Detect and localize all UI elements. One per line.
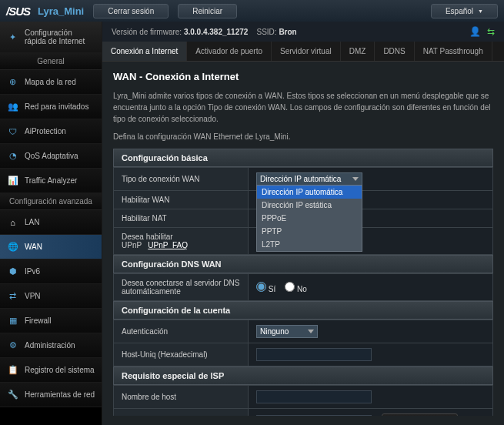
sidebar-item-networkmap[interactable]: ⊕Mapa de la red xyxy=(0,70,102,95)
gauge-icon: ◔ xyxy=(6,149,19,162)
dns-config-table: Desea conectarse al servidor DNS automát… xyxy=(113,273,493,301)
dropdown-option[interactable]: Dirección IP estática xyxy=(257,199,362,212)
sidebar-item-label: QoS Adaptativa xyxy=(25,152,78,160)
dns-auto-radio: Sí No xyxy=(256,282,485,293)
hostname-label: Nombre de host xyxy=(114,386,249,409)
wan-type-dropdown: Dirección IP automática Dirección IP est… xyxy=(256,185,362,252)
info-bar: Versión de firmware: 3.0.0.4.382_11272 S… xyxy=(102,22,504,42)
sidebar-advanced-header: Configuración avanzada xyxy=(0,193,102,210)
sidebar: ✦ Configuración rápida de Internet Gener… xyxy=(0,22,102,425)
sidebar-item-label: VPN xyxy=(25,292,41,300)
link-status-icon[interactable]: ⇆ xyxy=(487,26,495,37)
language-selector[interactable]: Español xyxy=(431,4,498,18)
main-panel: Versión de firmware: 3.0.0.4.382_11272 S… xyxy=(102,22,504,425)
tab-nat-passthrough[interactable]: NAT Passthrough xyxy=(415,42,492,61)
user-status-icon[interactable]: 👤 xyxy=(469,26,481,37)
firewall-icon: ▦ xyxy=(6,314,19,327)
sidebar-item-traffic[interactable]: 📊Traffic Analyzer xyxy=(0,169,102,193)
users-icon: 👥 xyxy=(6,100,19,113)
home-icon: ⌂ xyxy=(6,216,19,229)
sidebar-item-label: AiProtection xyxy=(25,127,66,136)
sidebar-item-vpn[interactable]: ⇄VPN xyxy=(0,284,102,309)
fw-label: Versión de firmware: xyxy=(112,28,182,36)
tab-port-trigger[interactable]: Activador de puerto xyxy=(187,42,272,61)
log-icon: 📋 xyxy=(6,363,19,376)
enable-wan-label: Habilitar WAN xyxy=(114,191,249,209)
sidebar-item-label: WAN xyxy=(25,243,42,251)
section-isp-header: Requisito especial de ISP xyxy=(113,366,493,385)
dropdown-option[interactable]: L2TP xyxy=(257,238,362,251)
page-description-2: Defina la configuración WAN Ethernet de … xyxy=(113,131,493,142)
sidebar-item-label: Firewall xyxy=(25,316,51,325)
enable-nat-label: Habilitar NAT xyxy=(114,209,249,228)
hostname-input[interactable] xyxy=(256,390,372,403)
ipv6-icon: ⬢ xyxy=(6,265,19,278)
mac-input[interactable] xyxy=(256,415,372,416)
mac-clone-button[interactable]: Clonación MAC xyxy=(382,413,458,416)
sidebar-item-label: Red para invitados xyxy=(25,102,88,111)
sidebar-item-qos[interactable]: ◔QoS Adaptativa xyxy=(0,144,102,169)
page-description-1: Lyra_Mini admite varios tipos de conexió… xyxy=(113,90,493,125)
sidebar-item-wan[interactable]: 🌐WAN xyxy=(0,235,102,259)
tabs: Conexión a Internet Activador de puerto … xyxy=(102,42,504,62)
brand-logo: /SUS xyxy=(6,5,30,18)
mac-label: Dirección MAC xyxy=(114,409,249,417)
tab-internet-connection[interactable]: Conexión a Internet xyxy=(102,42,187,61)
dropdown-option[interactable]: PPTP xyxy=(257,225,362,238)
sidebar-item-label: Administración xyxy=(25,341,75,350)
network-icon: ⊕ xyxy=(6,75,19,89)
radio-yes[interactable]: Sí xyxy=(256,282,275,293)
chart-icon: 📊 xyxy=(6,174,19,187)
vpn-icon: ⇄ xyxy=(6,289,19,303)
sidebar-item-label: Mapa de la red xyxy=(25,78,76,86)
shield-icon: 🛡 xyxy=(6,125,19,138)
sidebar-item-label: Herramientas de red xyxy=(25,390,95,399)
wan-type-select[interactable]: Dirección IP automática xyxy=(256,172,362,186)
radio-no[interactable]: No xyxy=(285,282,307,293)
sidebar-general-header: General xyxy=(0,53,102,70)
content-area: WAN - Conexión a Internet Lyra_Mini admi… xyxy=(102,62,504,416)
sidebar-item-label: LAN xyxy=(25,218,39,226)
fw-version: 3.0.0.4.382_11272 xyxy=(184,28,248,36)
page-title: WAN - Conexión a Internet xyxy=(113,71,493,82)
account-config-table: Autenticación Ninguno Host-Uniq (Hexadec… xyxy=(113,320,493,366)
sidebar-item-admin[interactable]: ⚙Administración xyxy=(0,333,102,358)
basic-config-table: Tipo de conexión WAN Dirección IP automá… xyxy=(113,167,493,255)
dropdown-option[interactable]: Dirección IP automática xyxy=(257,186,362,199)
magic-wand-icon: ✦ xyxy=(6,31,19,44)
admin-icon: ⚙ xyxy=(6,339,19,352)
sidebar-item-aiprotection[interactable]: 🛡AiProtection xyxy=(0,119,102,144)
dropdown-option[interactable]: PPPoE xyxy=(257,212,362,225)
sidebar-item-lan[interactable]: ⌂LAN xyxy=(0,210,102,235)
tab-virtual-server[interactable]: Servidor virtual xyxy=(272,42,341,61)
sidebar-item-ipv6[interactable]: ⬢IPv6 xyxy=(0,259,102,284)
header-bar: /SUS Lyra_Mini Cerrar sesión Reiniciar E… xyxy=(0,0,504,22)
sidebar-item-qis[interactable]: ✦ Configuración rápida de Internet xyxy=(0,22,102,53)
auth-select[interactable]: Ninguno xyxy=(256,325,318,338)
isp-config-table: Nombre de host Dirección MAC Clonación M… xyxy=(113,385,493,416)
wan-type-label: Tipo de conexión WAN xyxy=(114,168,249,191)
model-name: Lyra_Mini xyxy=(38,5,84,17)
sidebar-item-syslog[interactable]: 📋Registro del sistema xyxy=(0,358,102,383)
tab-ddns[interactable]: DDNS xyxy=(375,42,414,61)
dns-auto-label: Desea conectarse al servidor DNS automát… xyxy=(114,274,249,301)
sidebar-item-firewall[interactable]: ▦Firewall xyxy=(0,309,102,333)
ssid-label: SSID: xyxy=(256,28,276,36)
hostuniq-label: Host-Uniq (Hexadecimal) xyxy=(114,343,249,366)
reboot-button[interactable]: Reiniciar xyxy=(178,4,237,18)
section-basic-header: Configuración básica xyxy=(113,149,493,167)
sidebar-item-label: Configuración rápida de Internet xyxy=(25,28,95,45)
tools-icon: 🔧 xyxy=(6,388,19,401)
tab-dmz[interactable]: DMZ xyxy=(341,42,375,61)
sidebar-item-label: Registro del sistema xyxy=(25,366,95,374)
hostuniq-input[interactable] xyxy=(256,348,372,361)
globe-icon: 🌐 xyxy=(6,240,19,253)
ssid-value: Bron xyxy=(279,28,296,36)
upnp-faq-link[interactable]: UPnP_FAQ xyxy=(148,241,188,249)
sidebar-item-guest[interactable]: 👥Red para invitados xyxy=(0,95,102,119)
section-account-header: Configuración de la cuenta xyxy=(113,301,493,320)
sidebar-item-label: IPv6 xyxy=(25,267,40,276)
sidebar-item-nettools[interactable]: 🔧Herramientas de red xyxy=(0,383,102,407)
sidebar-item-label: Traffic Analyzer xyxy=(25,176,77,185)
logout-button[interactable]: Cerrar sesión xyxy=(93,4,169,18)
